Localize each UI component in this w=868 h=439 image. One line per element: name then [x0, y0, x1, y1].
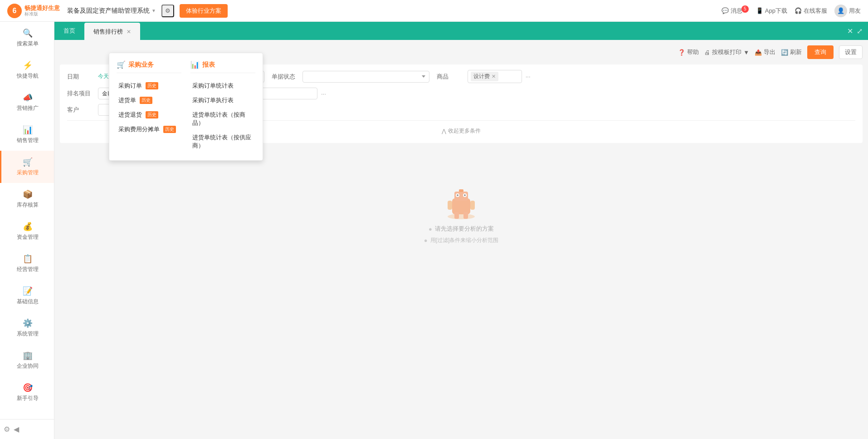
sidebar: 🔍 搜索菜单 ⚡ 快捷导航 📣 营销推广 📊 销售管理 🛒 采购管理 📦 库存核… [0, 22, 54, 439]
tab-close-all-btn[interactable]: ✕ [847, 27, 853, 35]
tab-sales-rank-label: 销售排行榜 [93, 28, 123, 36]
purchase-column-icon: 🛒 [117, 60, 126, 69]
notification-badge: 5 [741, 5, 749, 13]
empty-svg [439, 185, 484, 221]
tab-sales-rank-close[interactable]: ✕ [127, 29, 131, 35]
guide-icon: 🎯 [23, 383, 33, 393]
print-template-btn[interactable]: 🖨 按模板打印 ▼ [704, 48, 749, 56]
system-title: 装备及固定资产辅助管理系统 [67, 7, 150, 15]
return-history[interactable]: 历史 [146, 111, 158, 118]
sidebar-item-label: 快捷导航 [17, 72, 39, 80]
settings-icon-btn[interactable]: ⚙ [161, 5, 174, 17]
rank-label: 排名项目 [67, 89, 94, 98]
logo-area: 6 畅捷通好生意 标准版 [7, 4, 62, 18]
sidebar-bottom: ⚙ ◀ [0, 419, 54, 439]
svg-point-5 [457, 194, 458, 196]
sidebar-item-finance[interactable]: 💰 资金管理 [0, 215, 54, 247]
sidebar-item-label: 经营管理 [17, 266, 39, 273]
sidebar-item-operation[interactable]: 📋 经营管理 [0, 247, 54, 280]
collapse-btn[interactable]: ⋀ 收起更多条件 [439, 124, 483, 138]
main-layout: 🔍 搜索菜单 ⚡ 快捷导航 📣 营销推广 📊 销售管理 🛒 采购管理 📦 库存核… [0, 22, 868, 439]
logo-icon: 6 [7, 4, 22, 18]
collapse-icon: ⋀ [442, 128, 446, 134]
sidebar-item-label: 系统管理 [17, 330, 39, 338]
goods-more-dots[interactable]: ··· [526, 73, 531, 80]
sidebar-item-label: 搜索菜单 [17, 40, 39, 48]
purchase-order-history[interactable]: 历史 [146, 82, 158, 89]
purchase-business-header: 🛒 采购业务 [117, 60, 181, 73]
menu-item-receipt-stats-supplier[interactable]: 进货单统计表（按供应商） [190, 130, 255, 153]
tab-home[interactable]: 首页 [54, 22, 84, 40]
warehouse-icon: 📦 [23, 189, 33, 199]
menu-item-expense[interactable]: 采购费用分摊单 历史 [117, 122, 181, 137]
doc-status-label: 单据状态 [272, 73, 299, 81]
user-avatar: 👤 [834, 5, 847, 17]
date-label: 日期 [67, 73, 94, 81]
doc-status-select[interactable] [302, 71, 429, 83]
refresh-icon: 🔄 [781, 49, 788, 56]
menu-item-receipt[interactable]: 进货单 历史 [117, 93, 181, 108]
tab-bar-right: ✕ ⤢ [847, 27, 868, 35]
sidebar-item-warehouse[interactable]: 📦 库存核算 [0, 183, 54, 215]
sidebar-item-label: 采购管理 [17, 169, 39, 177]
sidebar-item-search[interactable]: 🔍 搜索菜单 [0, 22, 54, 54]
query-btn[interactable]: 查询 [807, 45, 834, 59]
receipt-label: 进货单 [118, 96, 136, 104]
tab-sales-rank[interactable]: 销售排行榜 ✕ [84, 23, 140, 41]
user-area[interactable]: 👤 用友 [834, 5, 861, 17]
sidebar-collapse-btn[interactable]: ◀ [14, 425, 19, 434]
title-dropdown-arrow[interactable]: ▼ [151, 8, 156, 13]
export-icon: 📤 [755, 49, 762, 56]
notification-btn[interactable]: 💬 消息 5 [722, 7, 749, 15]
sidebar-settings-btn[interactable]: ⚙ [4, 425, 10, 434]
industry-button[interactable]: 体验行业方案 [180, 4, 228, 18]
print-icon: 🖨 [704, 49, 710, 56]
staff-more-dots[interactable]: ··· [321, 90, 326, 97]
export-btn[interactable]: 📤 导出 [755, 48, 775, 56]
sidebar-item-basic[interactable]: 📝 基础信息 [0, 280, 54, 312]
logo-sub: 标准版 [24, 11, 60, 17]
empty-hint1: 请先选择要分析的方案 [435, 225, 494, 233]
menu-item-purchase-order[interactable]: 采购订单 历史 [117, 79, 181, 93]
print-dropdown-arrow[interactable]: ▼ [743, 49, 749, 56]
sidebar-item-sales[interactable]: 📊 销售管理 [0, 118, 54, 151]
sidebar-item-guide[interactable]: 🎯 新手引导 [0, 376, 54, 409]
sidebar-item-label: 销售管理 [17, 137, 39, 144]
menu-item-order-exec[interactable]: 采购订单执行表 [190, 93, 255, 108]
collapse-label: 收起更多条件 [448, 127, 481, 135]
purchase-dropdown-menu: 🛒 采购业务 采购订单 历史 进货单 历史 进货退货 历史 [109, 53, 263, 161]
sidebar-item-system[interactable]: ⚙️ 系统管理 [0, 312, 54, 344]
operation-icon: 📋 [23, 254, 33, 264]
menu-item-order-stats[interactable]: 采购订单统计表 [190, 79, 255, 93]
settings-btn[interactable]: 设置 [839, 45, 863, 59]
date-today[interactable]: 今天 [98, 73, 109, 80]
help-icon: ❓ [678, 49, 685, 56]
sales-icon: 📊 [23, 125, 33, 135]
sidebar-item-marketing[interactable]: 📣 营销推广 [0, 86, 54, 118]
menu-item-receipt-stats-goods[interactable]: 进货单统计表（按商品） [190, 108, 255, 130]
title-area[interactable]: 装备及固定资产辅助管理系统 ▼ [67, 7, 156, 15]
goods-tag-close[interactable]: ✕ [492, 74, 496, 79]
phone-icon: 📱 [756, 7, 763, 14]
app-download-btn[interactable]: 📱 App下载 [756, 7, 787, 15]
content-area: 首页 销售排行榜 ✕ ✕ ⤢ ❓ 帮助 🖨 按模板打印 [54, 22, 868, 439]
tab-maximize-btn[interactable]: ⤢ [857, 27, 863, 35]
tab-bar: 首页 销售排行榜 ✕ ✕ ⤢ [54, 22, 868, 40]
purchase-icon: 🛒 [23, 157, 33, 167]
svg-point-6 [464, 194, 466, 196]
sidebar-item-purchase[interactable]: 🛒 采购管理 [0, 151, 54, 183]
expense-history[interactable]: 历史 [163, 126, 176, 133]
receipt-history[interactable]: 历史 [140, 97, 152, 104]
menu-item-return[interactable]: 进货退货 历史 [117, 108, 181, 122]
sidebar-item-enterprise[interactable]: 🏢 企业协同 [0, 344, 54, 376]
help-btn[interactable]: ❓ 帮助 [678, 48, 699, 56]
sidebar-item-label: 企业协同 [17, 362, 39, 370]
menu-columns: 🛒 采购业务 采购订单 历史 进货单 历史 进货退货 历史 [117, 60, 255, 153]
online-service-btn[interactable]: 🎧 在线客服 [795, 7, 827, 15]
sidebar-item-label: 资金管理 [17, 233, 39, 241]
report-column: 📊 报表 采购订单统计表 采购订单执行表 进货单统计表（按商品） 进货单统计表（… [190, 60, 255, 153]
sidebar-item-quick-nav[interactable]: ⚡ 快捷导航 [0, 54, 54, 86]
goods-filter: 商品 设计费 ✕ ··· [437, 70, 531, 83]
refresh-btn[interactable]: 🔄 刷新 [781, 48, 802, 56]
finance-icon: 💰 [23, 222, 33, 232]
